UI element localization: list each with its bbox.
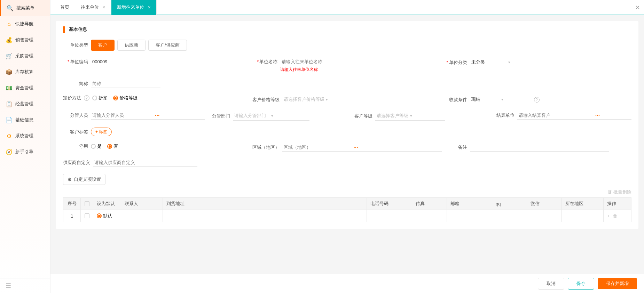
manager-row: 分管人员 ··· 分管部门 请输入分管部门 ▾ 客户等级: [63, 111, 631, 121]
custom-settings-button[interactable]: ⚙ 自定义项设置: [63, 174, 105, 185]
batch-delete-area: 🗑 批量删除: [63, 189, 631, 195]
pricing-level-label: 价格等级: [119, 95, 138, 101]
row-fax-input[interactable]: [416, 213, 443, 219]
row-delete-btn[interactable]: 🗑: [613, 213, 617, 219]
tab-new-partner-close[interactable]: ✕: [148, 5, 151, 10]
sidebar-expand-icon[interactable]: ☰: [6, 282, 11, 290]
settlement-group: 结算单位 ···: [489, 111, 631, 120]
code-label: *单位编码: [63, 59, 91, 65]
disabled-no-option[interactable]: 否: [107, 143, 118, 149]
remark-input[interactable]: [470, 143, 609, 152]
code-input[interactable]: 000009: [91, 58, 160, 66]
search-icon: 🔍: [7, 5, 14, 11]
tab-partners-close[interactable]: ✕: [102, 5, 105, 10]
purchase-icon: 🛒: [6, 52, 13, 59]
row-wechat-input[interactable]: [531, 213, 558, 219]
sidebar-item-finance[interactable]: 💵 资金管理: [0, 80, 50, 96]
section-title-text: 基本信息: [69, 26, 87, 33]
table-header-row: 序号 设为默认 联系人 到货地址 电话号码 传真 邮箱 qq: [63, 198, 631, 210]
close-all-tabs-button[interactable]: ✕: [635, 4, 640, 11]
region-input-wrap: ···: [282, 143, 442, 152]
disabled-no-radio[interactable]: [107, 144, 112, 149]
row-checkbox-cell: [81, 210, 93, 222]
customer-price-select[interactable]: 请选择客户价格等级 ▾: [282, 95, 369, 104]
row-checkbox[interactable]: [85, 213, 89, 218]
sidebar-item-purchase[interactable]: 🛒 采购管理: [0, 48, 50, 64]
manager-input[interactable]: [91, 111, 154, 119]
save-button[interactable]: 保存: [568, 278, 594, 290]
sidebar-item-basic-info[interactable]: 📄 基础信息: [0, 112, 50, 128]
row-contact-input[interactable]: [125, 213, 159, 219]
sidebar-item-system[interactable]: ⚙ 系统管理: [0, 128, 50, 144]
tag-add-button[interactable]: + 标签: [91, 128, 112, 136]
category-select[interactable]: 未分类 ▾: [470, 58, 547, 67]
th-wechat: 微信: [527, 198, 562, 210]
payment-select[interactable]: 现结 ▾: [470, 95, 533, 104]
payment-value: 现结: [471, 96, 501, 103]
settlement-more-btn[interactable]: ···: [594, 112, 601, 119]
supplier-custom-label: 供应商自定义: [63, 160, 93, 166]
customer-level-select[interactable]: 请选择客户等级 ▾: [375, 111, 445, 121]
sidebar-item-inventory[interactable]: 📦 库存核算: [0, 64, 50, 80]
region-input[interactable]: [282, 143, 352, 151]
disabled-yes-radio[interactable]: [91, 144, 96, 149]
type-btn-both[interactable]: 客户/供应商: [148, 40, 187, 51]
payment-label: 收款条件: [442, 97, 470, 103]
row-qq-input[interactable]: [496, 213, 523, 219]
customer-price-caret-icon: ▾: [326, 97, 368, 102]
pricing-discount-option[interactable]: 折扣: [92, 95, 108, 101]
row-default-option[interactable]: 默认: [97, 213, 117, 219]
row-add-btn[interactable]: +: [607, 213, 610, 219]
manager-more-btn[interactable]: ···: [154, 112, 161, 119]
row-region-input[interactable]: [565, 213, 600, 219]
region-more-btn[interactable]: ···: [352, 144, 359, 150]
pricing-level-option[interactable]: 价格等级: [113, 95, 138, 101]
row-contact: [121, 210, 163, 222]
tab-new-partner[interactable]: 新增往来单位 ✕: [111, 0, 157, 15]
cancel-button[interactable]: 取消: [538, 278, 564, 290]
custom-settings-icon: ⚙: [68, 177, 72, 182]
table-select-all-checkbox[interactable]: [85, 201, 89, 206]
disabled-yes-option[interactable]: 是: [91, 143, 102, 149]
sidebar-item-operations[interactable]: 📋 经营管理: [0, 96, 50, 112]
type-btn-supplier[interactable]: 供应商: [117, 40, 146, 51]
name-input[interactable]: [280, 58, 378, 66]
sidebar-item-sales[interactable]: 💰 销售管理: [0, 32, 50, 48]
supplier-custom-input[interactable]: [93, 158, 197, 167]
th-index: 序号: [63, 198, 81, 210]
batch-delete-label[interactable]: 批量删除: [613, 189, 631, 195]
payment-help-icon[interactable]: ?: [534, 97, 540, 103]
settlement-input[interactable]: [517, 111, 594, 119]
tab-home[interactable]: 首页: [53, 0, 75, 15]
sidebar-item-new-guide[interactable]: 🧭 新手引导: [0, 144, 50, 160]
sidebar-item-label: 新手引导: [15, 149, 33, 155]
tab-partners[interactable]: 往来单位 ✕: [75, 0, 111, 15]
sales-icon: 💰: [6, 36, 13, 43]
pricing-discount-radio[interactable]: [92, 96, 97, 100]
sidebar-item-quick-nav[interactable]: ⌂ 快捷导航: [0, 16, 50, 32]
row-email-input[interactable]: [450, 213, 488, 219]
save-new-button[interactable]: 保存并新增: [598, 278, 637, 289]
short-name-input[interactable]: [91, 80, 160, 88]
tab-bar: 首页 往来单位 ✕ 新增往来单位 ✕ ✕: [50, 0, 644, 15]
disabled-label: 停用: [63, 143, 91, 149]
region-group: 区域（地区） ···: [252, 143, 442, 152]
basic-info-icon: 📄: [6, 116, 13, 123]
type-btn-customer[interactable]: 客户: [91, 40, 115, 51]
content-area: ▌ 基本信息 单位类型 客户 供应商 客户/供应商 *单位编: [50, 15, 644, 274]
pricing-help-icon[interactable]: ?: [84, 95, 89, 101]
department-select[interactable]: 请输入分管部门 ▾: [233, 111, 309, 121]
manager-group: 分管人员 ···: [63, 111, 205, 120]
row-default-radio[interactable]: [97, 213, 102, 218]
pricing-level-radio[interactable]: [113, 96, 118, 100]
th-email: 邮箱: [447, 198, 492, 210]
sidebar-item-search[interactable]: 🔍 搜索菜单: [0, 0, 50, 16]
short-name-label: 简称: [63, 81, 91, 87]
row-actions: + 🗑: [607, 213, 628, 219]
pricing-label: 定价方法 ?: [63, 95, 92, 101]
row-phone-input[interactable]: [370, 213, 408, 219]
row-email: [447, 210, 492, 222]
tag-row: 客户标签 + 标签: [63, 128, 631, 136]
row-address-input[interactable]: [166, 213, 363, 219]
unit-type-row: 单位类型 客户 供应商 客户/供应商: [63, 40, 631, 51]
